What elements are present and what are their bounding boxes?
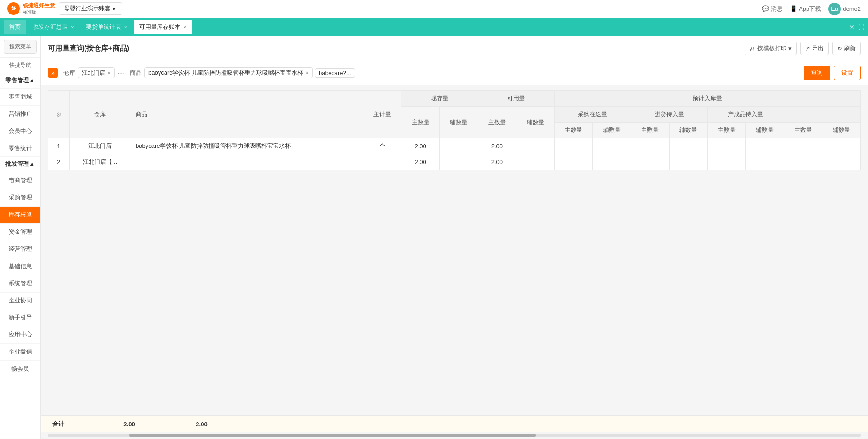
footer-stock-main: 2.00 bbox=[111, 421, 147, 428]
logo-area: 好 畅捷通好生意 标准版 bbox=[7, 2, 55, 15]
cell-warehouse: 江北门店 bbox=[69, 138, 131, 154]
col-available-sub: 辅数量 bbox=[516, 107, 555, 138]
sidebar-item-marketing[interactable]: 营销推广 bbox=[0, 106, 40, 123]
col-expected-sub-group bbox=[784, 107, 860, 123]
cell-purchase-sub bbox=[593, 154, 631, 170]
table-wrapper: ⚙ 仓库 商品 主计量 现存量 可用量 预计入库量 主数量 辅数量 主数量 辅数… bbox=[41, 85, 868, 415]
app-download-btn[interactable]: 📱 App下载 bbox=[790, 5, 821, 13]
page-title: 可用量查询(按仓库+商品) bbox=[48, 44, 129, 53]
sidebar-item-member2[interactable]: 畅会员 bbox=[0, 361, 40, 378]
table-row: 2 江北门店【... 2.00 2.00 bbox=[48, 154, 861, 170]
cell-available-sub bbox=[516, 154, 555, 170]
col-incoming-sub: 辅数量 bbox=[669, 123, 708, 138]
table-row: 1 江北门店 babycare学饮杯 儿童防摔防撞吸管杯重力球吸嘴杯宝宝水杯 个… bbox=[48, 138, 861, 154]
sidebar-item-app-center[interactable]: 应用中心 bbox=[0, 326, 40, 344]
sidebar-item-ops[interactable]: 经营管理 bbox=[0, 241, 40, 258]
sidebar-item-guide[interactable]: 新手引导 bbox=[0, 309, 40, 326]
cell-extra-main bbox=[784, 154, 822, 170]
filter-actions: 查询 设置 bbox=[804, 66, 861, 80]
col-purchase-sub: 辅数量 bbox=[593, 123, 631, 138]
logo-icon: 好 bbox=[7, 2, 20, 15]
sidebar-section: 零售管理 ▲ 零售商城 营销推广 会员中心 零售统计 批发管理 ▲ 电商管理 bbox=[0, 73, 40, 378]
top-bar: 好 畅捷通好生意 标准版 母婴行业演示账套 ▾ 💬 消息 📱 App下载 Ea … bbox=[0, 0, 868, 18]
avatar: Ea bbox=[828, 3, 841, 15]
filter-more-icon[interactable]: ··· bbox=[118, 69, 124, 77]
sidebar-item-ecommerce[interactable]: 电商管理 bbox=[0, 172, 40, 189]
sidebar-item-purchase[interactable]: 采购管理 bbox=[0, 189, 40, 207]
filter-toggle-btn[interactable]: » bbox=[48, 68, 58, 78]
col-stock-sub: 辅数量 bbox=[439, 107, 478, 138]
template-print-btn[interactable]: 🖨 按模板打印 ▾ bbox=[745, 42, 797, 55]
logo-text-block: 畅捷通好生意 标准版 bbox=[23, 2, 55, 15]
tab-home-label: 首页 bbox=[9, 23, 21, 31]
col-production-group: 产成品待入量 bbox=[708, 107, 784, 123]
tab-order-stat[interactable]: 要货单统计表 ✕ bbox=[80, 20, 133, 34]
goods-filter: 商品 babycare学饮杯 儿童防摔防撞吸管杯重力球吸嘴杯宝宝水杯 ✕ bab… bbox=[130, 67, 355, 78]
scroll-bar-container[interactable] bbox=[41, 432, 868, 439]
industry-select[interactable]: 母婴行业演示账套 ▾ bbox=[59, 2, 122, 15]
col-extra-sub: 辅数量 bbox=[822, 123, 861, 138]
cell-production-sub bbox=[745, 154, 784, 170]
search-menu-btn[interactable]: 搜索菜单 bbox=[4, 40, 37, 54]
sidebar-item-wechat[interactable]: 企业微信 bbox=[0, 344, 40, 361]
main-layout: 搜索菜单 快捷导航 零售管理 ▲ 零售商城 营销推广 会员中心 零售统计 批发管… bbox=[0, 36, 868, 439]
close-window-btn[interactable]: ✕ bbox=[849, 24, 854, 31]
user-profile[interactable]: Ea demo2 bbox=[828, 3, 861, 15]
col-stock-main: 主数量 bbox=[401, 107, 440, 138]
tab-home[interactable]: 首页 bbox=[4, 20, 26, 34]
col-settings[interactable]: ⚙ bbox=[48, 91, 70, 138]
sidebar-item-retail-stat[interactable]: 零售统计 bbox=[0, 140, 40, 157]
cell-unit bbox=[363, 154, 401, 170]
cell-available-sub bbox=[516, 138, 555, 154]
cell-stock-sub bbox=[439, 154, 478, 170]
col-incoming-main: 主数量 bbox=[631, 123, 670, 138]
tab-receive-pay-close[interactable]: ✕ bbox=[71, 25, 74, 30]
cell-warehouse: 江北门店【... bbox=[69, 154, 131, 170]
settings-btn[interactable]: 设置 bbox=[834, 66, 861, 80]
tab-receive-pay[interactable]: 收发存汇总表 ✕ bbox=[27, 20, 80, 34]
goods-tag-1[interactable]: babycare学饮杯 儿童防摔防撞吸管杯重力球吸嘴杯宝宝水杯 ✕ bbox=[144, 67, 313, 78]
tab-order-stat-close[interactable]: ✕ bbox=[124, 25, 127, 30]
refresh-icon: ↻ bbox=[837, 45, 842, 52]
col-purchase-group: 采购在途量 bbox=[554, 107, 631, 123]
goods-tag1-close-icon[interactable]: ✕ bbox=[305, 71, 309, 76]
tab-available-stock[interactable]: 可用量库存账本 ✕ bbox=[134, 20, 192, 34]
export-btn[interactable]: ↗ 导出 bbox=[800, 42, 829, 55]
tab-actions: ✕ ⛶ bbox=[849, 24, 864, 31]
sidebar-item-member[interactable]: 会员中心 bbox=[0, 123, 40, 140]
message-btn[interactable]: 💬 消息 bbox=[762, 5, 783, 13]
sidebar-item-finance[interactable]: 资金管理 bbox=[0, 224, 40, 241]
tab-order-stat-label: 要货单统计表 bbox=[86, 23, 121, 31]
sidebar-item-enterprise[interactable]: 企业协同 bbox=[0, 293, 40, 310]
maximize-btn[interactable]: ⛶ bbox=[858, 24, 864, 31]
footer-stock-sub bbox=[147, 421, 184, 428]
quick-nav-btn[interactable]: 快捷导航 bbox=[0, 58, 40, 73]
tab-bar: 首页 收发存汇总表 ✕ 要货单统计表 ✕ 可用量库存账本 ✕ ✕ ⛶ bbox=[0, 18, 868, 36]
footer-totals: 2.00 2.00 bbox=[111, 421, 861, 428]
data-table: ⚙ 仓库 商品 主计量 现存量 可用量 预计入库量 主数量 辅数量 主数量 辅数… bbox=[48, 90, 861, 170]
sidebar-item-system[interactable]: 系统管理 bbox=[0, 275, 40, 293]
cell-production-main bbox=[708, 154, 746, 170]
warehouse-tag[interactable]: 江北门店 ✕ bbox=[78, 67, 115, 78]
footer-available-main: 2.00 bbox=[184, 421, 220, 428]
query-btn[interactable]: 查询 bbox=[804, 66, 830, 80]
cell-purchase-sub bbox=[593, 138, 631, 154]
sidebar-item-retail-mgmt[interactable]: 零售管理 ▲ bbox=[0, 73, 40, 89]
warehouse-label: 仓库 bbox=[63, 69, 75, 77]
arrow-icon-2: ▲ bbox=[29, 160, 35, 168]
sidebar-item-retail-mall[interactable]: 零售商城 bbox=[0, 89, 40, 106]
cell-available-main: 2.00 bbox=[478, 138, 516, 154]
sidebar-item-wholesale-mgmt[interactable]: 批发管理 ▲ bbox=[0, 157, 40, 172]
cell-incoming-sub bbox=[669, 138, 708, 154]
refresh-btn[interactable]: ↻ 刷新 bbox=[832, 42, 861, 55]
col-available-group: 可用量 bbox=[478, 91, 554, 107]
sidebar-item-basic[interactable]: 基础信息 bbox=[0, 258, 40, 275]
cell-goods: babycare学饮杯 儿童防摔防撞吸管杯重力球吸嘴杯宝宝水杯 bbox=[131, 138, 363, 154]
warehouse-filter: 仓库 江北门店 ✕ ··· bbox=[63, 67, 124, 78]
cell-goods bbox=[131, 154, 363, 170]
warehouse-tag-close-icon[interactable]: ✕ bbox=[107, 71, 111, 76]
sidebar-item-inventory[interactable]: 库存核算 bbox=[0, 207, 40, 224]
tab-available-stock-close[interactable]: ✕ bbox=[183, 25, 187, 30]
scroll-bar-thumb[interactable] bbox=[129, 434, 536, 437]
goods-tag-2[interactable]: babycare?... bbox=[315, 68, 355, 78]
